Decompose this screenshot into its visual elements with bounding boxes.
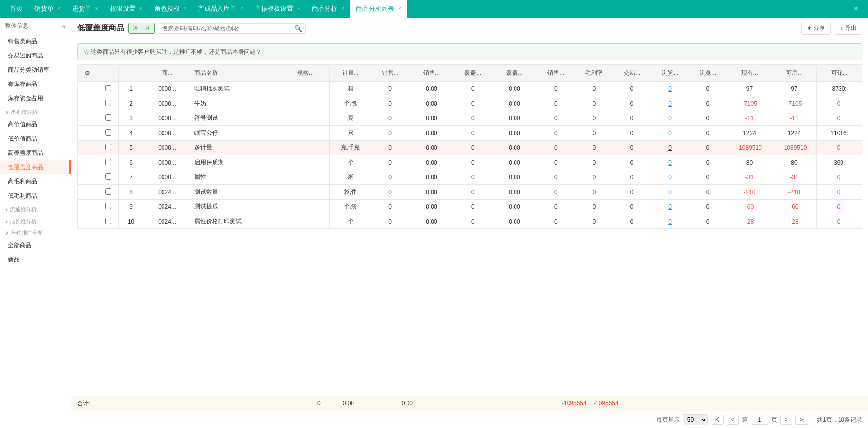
prev-page-button[interactable]: <: [727, 415, 739, 425]
browse1-cell[interactable]: 0: [651, 170, 689, 185]
page-number-input[interactable]: [751, 415, 768, 425]
sidebar-item-high-gross[interactable]: 高毛利商品: [0, 174, 71, 189]
sidebar-item-low-gross[interactable]: 低毛利商品: [0, 189, 71, 203]
saleable-cell: 0:: [817, 96, 862, 111]
name-column-header[interactable]: 商品名称: [191, 65, 281, 82]
cover1-cell: 0: [454, 185, 492, 200]
first-page-button[interactable]: K: [711, 415, 724, 425]
code-column-header[interactable]: 商...: [143, 65, 191, 82]
checkbox-cell[interactable]: [98, 96, 119, 111]
checkbox-cell[interactable]: [98, 141, 119, 155]
search-input[interactable]: [162, 25, 294, 32]
checkbox-cell[interactable]: [98, 200, 119, 214]
browse1-cell[interactable]: 0: [651, 155, 689, 170]
sidebar-item-inventory-capital[interactable]: 库存资金占用: [0, 91, 71, 106]
checkbox-cell[interactable]: [98, 214, 119, 229]
nav-product-inbound[interactable]: 产成品入库单 ×: [192, 0, 249, 18]
sidebar-group-growth[interactable]: > 成长性分析: [0, 215, 71, 227]
checkbox-cell[interactable]: [98, 111, 119, 126]
close-icon[interactable]: ×: [184, 0, 187, 18]
browse1-cell[interactable]: 0: [651, 141, 689, 155]
spec-column-header[interactable]: 规格...: [281, 65, 330, 82]
last-page-button[interactable]: >|: [795, 415, 809, 425]
browse1-cell[interactable]: 0: [651, 126, 689, 141]
browse1-cell[interactable]: 0: [651, 214, 689, 229]
close-icon[interactable]: ×: [95, 0, 98, 18]
close-icon[interactable]: ×: [240, 0, 243, 18]
checkbox-cell[interactable]: [98, 155, 119, 170]
browse1-cell[interactable]: 0: [651, 200, 689, 214]
close-icon[interactable]: ×: [139, 0, 142, 18]
unit-column-header[interactable]: 计量...: [329, 65, 371, 82]
close-icon[interactable]: ×: [57, 0, 60, 18]
sales1-cell: 0: [371, 141, 409, 155]
settings-cell: [78, 111, 98, 126]
sidebar-item-category-sales-rate[interactable]: 商品分类动销率: [0, 63, 71, 77]
current-column-header[interactable]: 现有...: [727, 65, 772, 82]
browse1-column-header[interactable]: 浏览...: [651, 65, 689, 82]
browse2-cell: 0: [689, 155, 727, 170]
window-close-button[interactable]: ×: [848, 4, 864, 13]
browse1-cell[interactable]: 0: [651, 96, 689, 111]
close-icon[interactable]: ×: [297, 0, 300, 18]
browse1-cell[interactable]: 0: [651, 185, 689, 200]
sidebar-item-high-coverage[interactable]: 高覆盖度商品: [0, 146, 71, 160]
nav-template-settings[interactable]: 单据模板设置 ×: [249, 0, 306, 18]
settings-column-header[interactable]: ⚙: [78, 65, 98, 82]
sidebar-item-stocked-goods[interactable]: 有库存商品: [0, 77, 71, 91]
sidebar-collapse-button[interactable]: «: [62, 22, 66, 30]
sidebar-item-low-value[interactable]: 低价值商品: [0, 132, 71, 146]
sidebar-group-circulation[interactable]: > 流通性分析: [0, 203, 71, 215]
close-icon[interactable]: ×: [341, 0, 344, 18]
nav-purchase-order[interactable]: 进货单 ×: [66, 0, 104, 18]
nav-permission-settings[interactable]: 权限设置 ×: [104, 0, 148, 18]
export-button[interactable]: ↓ 导出: [835, 22, 862, 35]
checkbox-cell[interactable]: [98, 170, 119, 185]
nav-sales-order[interactable]: 销货单 ×: [28, 0, 66, 18]
sales2-column-header[interactable]: 销售...: [409, 65, 454, 82]
next-page-button[interactable]: >: [780, 415, 792, 425]
cover2-column-header[interactable]: 覆盖...: [492, 65, 537, 82]
browse1-cell[interactable]: 0: [651, 111, 689, 126]
page-size-select[interactable]: 50 20 100 200: [683, 414, 708, 425]
gross-rate-column-header[interactable]: 毛利率: [575, 65, 613, 82]
close-icon[interactable]: ×: [398, 0, 401, 18]
sidebar-item-sales-goods[interactable]: 销售类商品: [0, 34, 71, 49]
table-row: 8 0024... 测试数量 袋,件 0 0.00 0 0.00 0 0 0 0…: [78, 185, 862, 200]
share-button[interactable]: ⬆ 分享: [801, 22, 831, 35]
sales2-cell: 0.00: [409, 155, 454, 170]
date-filter-button[interactable]: 近一月: [128, 23, 155, 34]
sidebar-item-new-goods[interactable]: 新品: [0, 253, 71, 267]
sidebar-item-high-value[interactable]: 高价值商品: [0, 117, 71, 132]
available-column-header[interactable]: 可用...: [772, 65, 817, 82]
search-icon[interactable]: 🔍: [294, 25, 302, 32]
sidebar-item-all-goods[interactable]: 全部商品: [0, 238, 71, 253]
settings-cell: [78, 155, 98, 170]
saleable-column-header[interactable]: 可销...: [817, 65, 862, 82]
sidebar-group-category-analysis[interactable]: ∨ 类别度分析: [0, 106, 71, 117]
table-row: 10 0024... 属性价格打印测试 个 0 0.00 0 0.00 0 0 …: [78, 214, 862, 229]
salesN-column-header[interactable]: 销售...: [537, 65, 575, 82]
browse2-cell: 0: [689, 141, 727, 155]
nav-role-auth[interactable]: 角色授权 ×: [148, 0, 192, 18]
browse1-cell[interactable]: 0: [651, 82, 689, 96]
sales1-column-header[interactable]: 销售...: [371, 65, 409, 82]
settings-cell: [78, 185, 98, 200]
browse2-cell: 0: [689, 111, 727, 126]
nav-home[interactable]: 首页: [4, 0, 28, 18]
checkbox-cell[interactable]: [98, 185, 119, 200]
checkbox-cell[interactable]: [98, 82, 119, 96]
sidebar-group-marketing[interactable]: ∨ 营销推广分析: [0, 227, 71, 238]
trade-column-header[interactable]: 交易...: [613, 65, 651, 82]
cover1-column-header[interactable]: 覆盖...: [454, 65, 492, 82]
table-row: 4 0000... 眠宝公仔 只 0 0.00 0 0.00 0 0 0 0 0…: [78, 126, 862, 141]
unit-cell: 箱: [329, 82, 371, 96]
main-layout: 整体信息 « 销售类商品 交易过的商品 商品分类动销率 有库存商品 库存资金占用…: [0, 18, 868, 428]
saleable-cell: 0:: [817, 185, 862, 200]
browse2-column-header[interactable]: 浏览...: [689, 65, 727, 82]
sidebar-item-traded-goods[interactable]: 交易过的商品: [0, 49, 71, 63]
nav-product-analysis-list[interactable]: 商品分析列表 ×: [350, 0, 407, 18]
checkbox-cell[interactable]: [98, 126, 119, 141]
sidebar-item-low-coverage[interactable]: 低覆盖度商品: [0, 160, 71, 174]
nav-product-analysis[interactable]: 商品分析 ×: [306, 0, 350, 18]
